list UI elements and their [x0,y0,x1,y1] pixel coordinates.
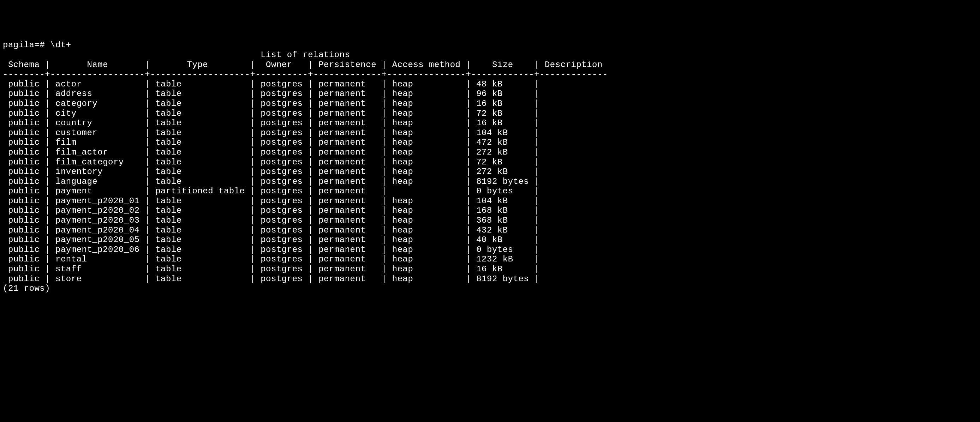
table-row: public | film_actor | table | postgres |… [3,148,977,157]
table-row: public | language | table | postgres | p… [3,177,977,187]
table-row: public | inventory | table | postgres | … [3,167,977,177]
table-row: public | store | table | postgres | perm… [3,274,977,284]
table-row: public | payment_p2020_06 | table | post… [3,245,977,255]
table-header: Schema | Name | Type | Owner | Persisten… [3,60,977,70]
table-title: List of relations [3,50,977,60]
table-row: public | film | table | postgres | perma… [3,138,977,148]
table-row: public | rental | table | postgres | per… [3,254,977,264]
table-row: public | payment | partitioned table | p… [3,186,977,196]
table-row: public | payment_p2020_04 | table | post… [3,225,977,235]
table-row: public | city | table | postgres | perma… [3,109,977,119]
table-divider: --------+------------------+------------… [3,70,977,79]
table-row: public | country | table | postgres | pe… [3,118,977,128]
table-row: public | film_category | table | postgre… [3,157,977,167]
terminal-output[interactable]: pagila=# \dt+ List of relations Schema |… [3,40,977,293]
row-count-footer: (21 rows) [3,284,977,293]
table-row: public | customer | table | postgres | p… [3,128,977,138]
table-row: public | address | table | postgres | pe… [3,89,977,99]
table-row: public | staff | table | postgres | perm… [3,264,977,274]
table-row: public | payment_p2020_02 | table | post… [3,206,977,216]
table-row: public | actor | table | postgres | perm… [3,79,977,89]
prompt-line: pagila=# \dt+ [3,40,977,50]
table-row: public | category | table | postgres | p… [3,99,977,109]
table-row: public | payment_p2020_03 | table | post… [3,216,977,225]
table-row: public | payment_p2020_05 | table | post… [3,235,977,245]
table-row: public | payment_p2020_01 | table | post… [3,196,977,206]
